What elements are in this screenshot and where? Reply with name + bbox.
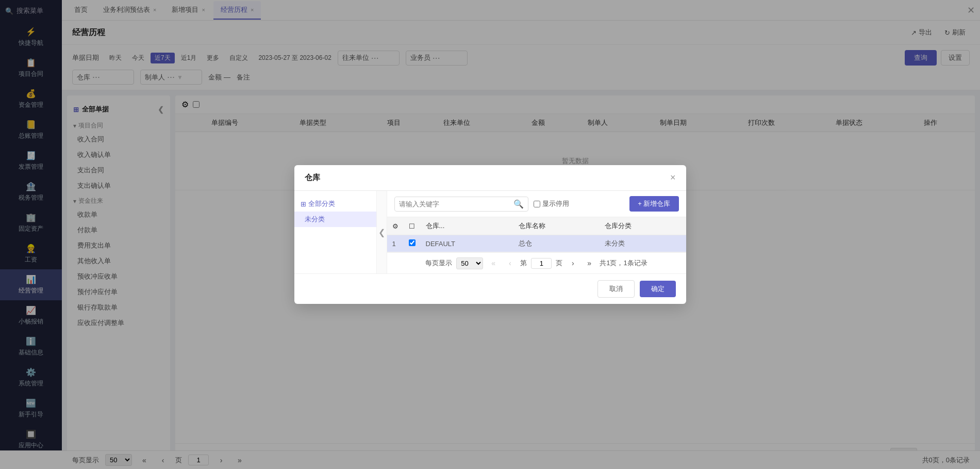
cell-warehouse-code: DEFAULT	[421, 235, 513, 252]
col-warehouse-category: 仓库分类	[600, 217, 686, 235]
col-warehouse-code: 仓库...	[421, 217, 513, 235]
modal-content: 🔍 显示停用 + 新增仓库 ⚙ ☐	[387, 191, 686, 273]
modal-overlay[interactable]: 仓库 × ⊞ 全部分类 未分类 ❮	[0, 0, 980, 469]
col-warehouse-name: 仓库名称	[513, 217, 600, 235]
row-checkbox[interactable]	[409, 239, 416, 246]
modal-search-input[interactable]	[399, 200, 510, 208]
cell-row-checkbox[interactable]	[404, 235, 421, 252]
modal-header: 仓库 ×	[294, 165, 686, 191]
warehouse-modal: 仓库 × ⊞ 全部分类 未分类 ❮	[294, 165, 686, 304]
modal-tree-collapse[interactable]: ❮	[377, 191, 387, 273]
warehouse-table-row[interactable]: 1 DEFAULT 总仓 未分类	[387, 235, 686, 252]
first-page-btn[interactable]: «	[487, 257, 500, 269]
cell-warehouse-name: 总仓	[513, 235, 600, 252]
modal-table-footer: 每页显示 50 100 « ‹ 第 页 › » 共1页，1条记录	[387, 252, 686, 273]
modal-body: ⊞ 全部分类 未分类 ❮ 🔍 显示停用	[294, 191, 686, 273]
modal-per-page-label: 每页显示	[425, 258, 452, 268]
modal-tree-all[interactable]: ⊞ 全部分类	[294, 196, 376, 212]
cancel-button[interactable]: 取消	[597, 280, 635, 298]
modal-total-info: 共1页，1条记录	[600, 258, 647, 268]
modal-close-button[interactable]: ×	[670, 172, 676, 183]
grid-icon-modal: ⊞	[301, 200, 306, 208]
modal-toolbar: 🔍 显示停用 + 新增仓库	[387, 191, 686, 217]
page-label: 第	[520, 258, 527, 268]
col-warehouse-checkbox: ☐	[404, 217, 421, 235]
col-warehouse-settings: ⚙	[387, 217, 404, 235]
cell-row-index: 1	[387, 235, 404, 252]
next-page-btn[interactable]: ›	[567, 257, 579, 269]
chevron-left-icon: ❮	[378, 228, 385, 237]
add-warehouse-button[interactable]: + 新增仓库	[629, 196, 678, 212]
page-suffix: 页	[556, 258, 562, 268]
modal-per-page-select[interactable]: 50 100	[456, 257, 483, 269]
modal-search-box: 🔍	[394, 197, 528, 212]
modal-tree-item-unclassified[interactable]: 未分类	[294, 212, 376, 227]
show-disabled-checkbox[interactable]	[534, 201, 540, 207]
search-icon-modal: 🔍	[513, 199, 524, 209]
modal-table: ⚙ ☐ 仓库... 仓库名称 仓库分类 1	[387, 217, 686, 252]
cell-warehouse-category: 未分类	[600, 235, 686, 252]
modal-title: 仓库	[305, 173, 320, 183]
confirm-button[interactable]: 确定	[640, 281, 676, 297]
modal-tree-all-label: 全部分类	[308, 199, 335, 208]
modal-tree: ⊞ 全部分类 未分类	[294, 191, 377, 273]
show-disabled-label: 显示停用	[534, 199, 569, 208]
warehouse-table: ⚙ ☐ 仓库... 仓库名称 仓库分类 1	[387, 217, 686, 252]
page-input[interactable]	[531, 258, 552, 269]
last-page-btn[interactable]: »	[583, 257, 595, 269]
prev-page-btn[interactable]: ‹	[504, 257, 516, 269]
modal-footer: 取消 确定	[294, 273, 686, 304]
